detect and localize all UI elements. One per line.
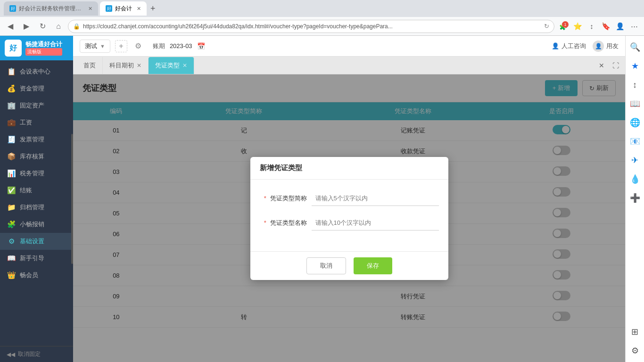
name-form-row: * 凭证类型名称 [260,215,439,230]
expense-icon: 🧩 [7,220,16,229]
add-workspace-button[interactable]: + [115,40,127,52]
sidebar-item-expense[interactable]: 🧩 小畅报销 [0,216,73,233]
browser-tab-2[interactable]: 好 好会计 ✕ [100,1,147,16]
tab-voucher-type-close[interactable]: ✕ [182,62,187,69]
rs-add-icon[interactable]: ➕ [627,190,643,206]
workspace-selector[interactable]: 测试 ▼ [80,40,110,53]
modal-title: 新增凭证类型 [260,164,302,172]
tab2-title: 好会计 [115,5,132,13]
home-button[interactable]: ⌂ [52,20,65,33]
funds-icon: 💰 [7,84,16,93]
unpin-label: 取消固定 [18,350,41,358]
sidebar-item-salary[interactable]: 💼 工资 [0,114,73,131]
consult-icon: 👤 [552,42,559,49]
sidebar-item-guide[interactable]: 📖 新手引导 [0,250,73,267]
user-info[interactable]: 👤 用友 [593,41,619,52]
logo-text-block: 畅捷通好合计 流畅版 [25,41,62,56]
sidebar-item-settings-center[interactable]: 📋 会设表中心 [0,63,73,80]
rs-collections-icon[interactable]: ↕ [627,77,643,92]
reload-button[interactable]: ↻ [36,20,49,33]
rs-grid-icon[interactable]: ⊞ [627,324,643,339]
workspace-settings-icon[interactable]: ⚙ [132,40,144,52]
browser-toolbar: ◀ ▶ ↻ ⌂ 🔒 https://cloud2.chanjet.com/acc… [0,17,644,36]
logo-symbol: 好 [9,43,17,53]
basic-settings-label: 基础设置 [20,237,44,246]
sidebar-item-invoice[interactable]: 🧾 发票管理 [0,131,73,148]
rs-bing-icon[interactable]: ✈ [627,153,643,168]
more-menu-icon[interactable]: ⋯ [628,20,640,33]
maximize-tab-button[interactable]: ⛶ [610,60,621,71]
page-content: 凭证类型 + 新增 ↻ 刷新 编码 凭证类型简称 凭证类型名称 是否启用 [73,74,625,362]
sidebar-item-inventory[interactable]: 📦 库存核算 [0,148,73,165]
sidebar-footer[interactable]: ◀◀ 取消固定 [0,346,73,362]
sidebar-item-member[interactable]: 👑 畅会员 [0,267,73,284]
abbr-input[interactable] [312,191,439,206]
rs-edge-icon[interactable]: 🌐 [627,115,643,130]
new-tab-button[interactable]: + [149,4,157,14]
inventory-icon: 📦 [7,152,16,161]
edge-profile-icon[interactable]: 👤 [614,20,626,33]
sidebar-item-basic-settings[interactable]: ⚙ 基础设置 [0,233,73,250]
tax-label: 税务管理 [20,169,44,178]
browser-toolbar-icons: 🧩 1 ⭐ ↕ 🔖 👤 ⋯ [557,20,640,33]
rs-settings-icon[interactable]: ⚙ [627,343,643,358]
tab1-title: 好会计云财务软件管理系统_会计 [19,5,83,13]
tab-home[interactable]: 首页 [77,57,103,74]
close-tab-button[interactable]: ✕ [596,60,607,71]
tab1-favicon: 好 [9,5,16,12]
tab-window-controls: ✕ ⛶ [596,60,621,71]
sidebar-item-checkout[interactable]: ✅ 结账 [0,182,73,199]
browser-tab-1[interactable]: 好 好会计云财务软件管理系统_会计 ✕ [4,1,98,16]
tab-subjects-close[interactable]: ✕ [137,62,141,69]
user-avatar-icon: 👤 [595,43,602,49]
funds-label: 资金管理 [20,84,44,93]
favorites-icon[interactable]: 🔖 [600,20,612,33]
sidebar-item-fixed-assets[interactable]: 🏢 固定资产 [0,97,73,114]
consult-button[interactable]: 👤 人工咨询 [552,42,586,50]
rs-outlook-icon[interactable]: 📧 [627,134,643,149]
rs-bookmark-icon[interactable]: ★ [627,58,643,74]
cancel-button[interactable]: 取消 [306,257,346,274]
basic-settings-icon: ⚙ [7,237,16,246]
calendar-icon[interactable]: 📅 [197,42,205,50]
back-button[interactable]: ◀ [4,20,17,33]
save-button[interactable]: 保存 [354,257,392,274]
period-label: 账期 [153,42,165,50]
user-name: 用友 [606,42,619,50]
tab-subjects[interactable]: 科目期初 ✕ [103,57,149,74]
extensions-icon[interactable]: 🧩 1 [557,20,570,33]
name-input[interactable] [312,215,439,230]
address-bar[interactable]: 🔒 https://cloud2.chanjet.com/accounting/… [68,20,554,33]
add-voucher-type-modal: 新增凭证类型 * 凭证类型简称 * [250,157,448,280]
sidebar-item-archive[interactable]: 📁 归档管理 [0,199,73,216]
sidebar-item-funds[interactable]: 💰 资金管理 [0,80,73,97]
rs-search-icon[interactable]: 🔍 [627,40,643,55]
right-sidebar: 🔍 ★ ↕ 📖 🌐 📧 ✈ 💧 ➕ ⊞ ⚙ [625,36,644,362]
tab-voucher-type[interactable]: 凭证类型 ✕ [149,57,194,74]
sidebar-logo: 好 畅捷通好合计 流畅版 [0,36,73,60]
workspace-chevron-icon: ▼ [100,43,105,49]
rs-shopping-icon[interactable]: 💧 [627,172,643,187]
modal-overlay[interactable]: 新增凭证类型 * 凭证类型简称 * [73,74,625,362]
bookmark-icon[interactable]: ⭐ [571,20,584,33]
rs-history-icon[interactable]: 📖 [627,96,643,111]
collections-icon[interactable]: ↕ [586,20,598,33]
checkout-label: 结账 [20,186,32,195]
user-avatar: 👤 [593,41,604,52]
header-right: 👤 人工咨询 👤 用友 [552,41,619,52]
name-label: * 凭证类型名称 [260,219,312,227]
name-required-mark: * [264,219,266,226]
forward-button[interactable]: ▶ [20,20,33,33]
settings-center-icon: 📋 [7,67,16,76]
invoice-label: 发票管理 [20,135,44,144]
tab2-close[interactable]: ✕ [137,6,141,12]
modal-header: 新增凭证类型 [250,157,448,180]
guide-label: 新手引导 [20,254,44,263]
sidebar-item-tax[interactable]: 📊 税务管理 [0,165,73,182]
consult-label: 人工咨询 [561,42,586,50]
salary-icon: 💼 [7,118,16,127]
modal-footer: 取消 保存 [250,251,448,280]
tab1-close[interactable]: ✕ [88,6,92,12]
tab-voucher-type-label: 凭证类型 [155,61,180,70]
content-area: 测试 ▼ + ⚙ 账期 2023-03 📅 👤 人工咨询 👤 用友 [73,36,625,362]
